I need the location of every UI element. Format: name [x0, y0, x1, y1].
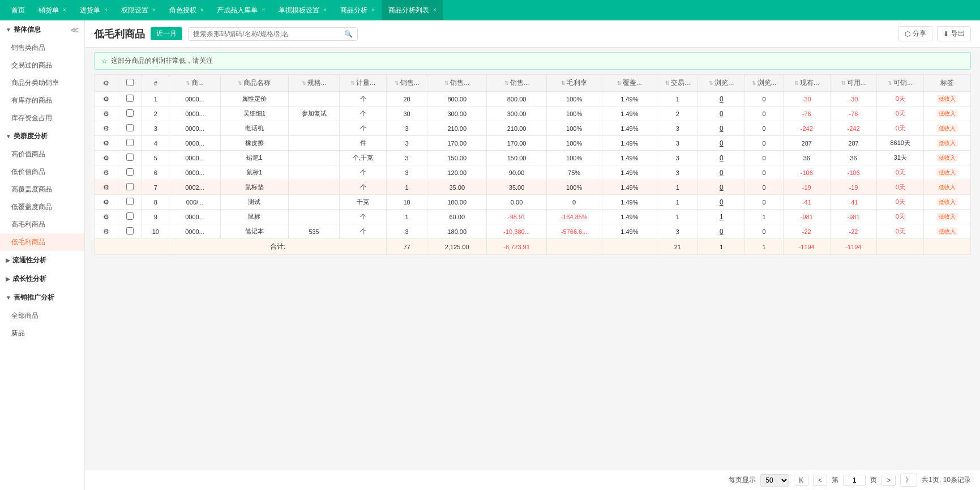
- row-view1[interactable]: 1: [698, 210, 745, 224]
- row-settings[interactable]: ⚙: [95, 210, 118, 224]
- nav-role[interactable]: 角色授权 ×: [162, 0, 211, 20]
- nav-goods-analysis[interactable]: 商品分析 ×: [333, 0, 382, 20]
- spec-column-header[interactable]: ⇅规格...: [288, 75, 339, 92]
- row-view1[interactable]: 0: [698, 195, 745, 210]
- sidebar-section-overview-title[interactable]: ▼ 整体信息 ≪: [0, 20, 84, 39]
- nav-template-close[interactable]: ×: [323, 0, 327, 20]
- row-view1[interactable]: 0: [698, 151, 745, 165]
- view1-column-header[interactable]: ⇅浏览...: [698, 75, 745, 92]
- row-checkbox[interactable]: [118, 121, 142, 136]
- avail-stock-column-header[interactable]: ⇅可用...: [830, 75, 877, 92]
- row-view1[interactable]: 0: [698, 224, 745, 239]
- prev-page-button[interactable]: <: [813, 475, 827, 486]
- row-checkbox[interactable]: [118, 106, 142, 121]
- share-button[interactable]: ⬡ 分享: [898, 26, 932, 41]
- name-column-header[interactable]: ⇅商品名称: [220, 75, 288, 92]
- row-settings[interactable]: ⚙: [95, 180, 118, 195]
- sale-qty-column-header[interactable]: ⇅销售...: [386, 75, 427, 92]
- saleable-days-column-header[interactable]: ⇅可销...: [877, 75, 924, 92]
- row-checkbox[interactable]: [118, 210, 142, 224]
- page-number-input[interactable]: [843, 475, 866, 486]
- row-checkbox[interactable]: [118, 165, 142, 180]
- sidebar-item-low-value[interactable]: 低价值商品: [0, 163, 84, 181]
- search-icon[interactable]: 🔍: [344, 30, 353, 38]
- last-page-button[interactable]: 》: [900, 474, 917, 487]
- row-settings[interactable]: ⚙: [95, 195, 118, 210]
- nav-goods-analysis-list-close[interactable]: ×: [433, 0, 436, 20]
- page-size-select[interactable]: 50 100 200: [760, 474, 789, 487]
- sidebar-item-low-coverage[interactable]: 低覆盖度商品: [0, 198, 84, 216]
- sidebar-item-category-rate[interactable]: 商品分类助销率: [0, 74, 84, 92]
- row-sale-qty: 1: [386, 180, 427, 195]
- sidebar-item-low-gross[interactable]: 低毛利商品: [0, 233, 84, 251]
- tag-column-header[interactable]: 标签: [924, 75, 971, 92]
- sidebar-item-stock-capital[interactable]: 库存资金占用: [0, 109, 84, 127]
- row-settings[interactable]: ⚙: [95, 224, 118, 239]
- next-page-button[interactable]: >: [881, 475, 896, 486]
- nav-home[interactable]: 首页: [5, 0, 32, 20]
- sidebar-item-stock-goods[interactable]: 有库存的商品: [0, 92, 84, 109]
- row-view1[interactable]: 0: [698, 136, 745, 151]
- row-checkbox[interactable]: [118, 92, 142, 106]
- sidebar-item-traded-goods[interactable]: 交易过的商品: [0, 57, 84, 74]
- trade-column-header[interactable]: ⇅交易...: [657, 75, 698, 92]
- sidebar-item-high-coverage[interactable]: 高覆盖度商品: [0, 181, 84, 198]
- code-column-header[interactable]: ⇅商...: [169, 75, 220, 92]
- sale-amount-column-header[interactable]: ⇅销售...: [487, 75, 546, 92]
- notice-bar: ☆ 这部分商品的利润非常低，请关注: [94, 52, 971, 70]
- row-view1[interactable]: 0: [698, 165, 745, 180]
- row-view1[interactable]: 0: [698, 106, 745, 121]
- row-checkbox[interactable]: [118, 195, 142, 210]
- sidebar-section-cluster-title[interactable]: ▼ 类群度分析: [0, 127, 84, 146]
- view2-column-header[interactable]: ⇅浏览...: [745, 75, 784, 92]
- sale-price-column-header[interactable]: ⇅销售...: [427, 75, 487, 92]
- table-container[interactable]: ⚙ # ⇅商... ⇅商品名称 ⇅规格...: [94, 74, 971, 465]
- nav-purchase-close[interactable]: ×: [104, 0, 108, 20]
- nav-template[interactable]: 单据模板设置 ×: [272, 0, 333, 20]
- collapse-icon[interactable]: ≪: [70, 25, 79, 35]
- nav-purchase[interactable]: 进货单 ×: [73, 0, 114, 20]
- row-settings[interactable]: ⚙: [95, 121, 118, 136]
- nav-sales-close[interactable]: ×: [63, 0, 66, 20]
- unit-column-header[interactable]: ⇅计量...: [340, 75, 387, 92]
- sidebar-section-growth-title[interactable]: ▶ 成长性分析: [0, 270, 84, 288]
- row-checkbox[interactable]: [118, 224, 142, 239]
- row-checkbox[interactable]: [118, 136, 142, 151]
- row-settings[interactable]: ⚙: [95, 165, 118, 180]
- nav-goods-analysis-close[interactable]: ×: [371, 0, 375, 20]
- nav-product-entry[interactable]: 产成品入库单 ×: [210, 0, 272, 20]
- settings-column-header[interactable]: ⚙: [95, 75, 118, 92]
- sidebar-item-sales-goods[interactable]: 销售类商品: [0, 39, 84, 57]
- first-page-button[interactable]: K: [794, 475, 808, 486]
- row-view1[interactable]: 0: [698, 121, 745, 136]
- nav-role-close[interactable]: ×: [200, 0, 204, 20]
- row-settings[interactable]: ⚙: [95, 106, 118, 121]
- export-button[interactable]: ⬇ 导出: [937, 26, 971, 41]
- nav-sales[interactable]: 销货单 ×: [32, 0, 73, 20]
- nav-permission[interactable]: 权限设置 ×: [114, 0, 162, 20]
- nav-goods-analysis-list[interactable]: 商品分析列表 ×: [382, 0, 443, 20]
- row-checkbox[interactable]: [118, 180, 142, 195]
- time-filter-button[interactable]: 近一月: [151, 27, 182, 40]
- current-stock-column-header[interactable]: ⇅现有...: [783, 75, 830, 92]
- row-view1[interactable]: 0: [698, 180, 745, 195]
- sidebar-section-circulation-title[interactable]: ▶ 流通性分析: [0, 251, 84, 270]
- sidebar-item-new-goods[interactable]: 新品: [0, 325, 84, 342]
- search-input[interactable]: [193, 30, 344, 38]
- nav-permission-close[interactable]: ×: [152, 0, 156, 20]
- row-view1[interactable]: 0: [698, 92, 745, 106]
- gross-rate-column-header[interactable]: ⇅毛利率: [546, 75, 602, 92]
- row-settings[interactable]: ⚙: [95, 136, 118, 151]
- sidebar-section-marketing-title[interactable]: ▼ 营销推广分析: [0, 288, 84, 307]
- cover-rate-column-header[interactable]: ⇅覆盖...: [602, 75, 657, 92]
- select-all-checkbox[interactable]: [126, 79, 134, 86]
- settings-icon[interactable]: ⚙: [103, 79, 109, 87]
- row-settings[interactable]: ⚙: [95, 92, 118, 106]
- nav-product-entry-close[interactable]: ×: [262, 0, 265, 20]
- checkbox-column-header[interactable]: [118, 75, 142, 92]
- row-checkbox[interactable]: [118, 151, 142, 165]
- sidebar-item-all-goods[interactable]: 全部商品: [0, 307, 84, 325]
- sidebar-item-high-gross[interactable]: 高毛利商品: [0, 216, 84, 233]
- row-settings[interactable]: ⚙: [95, 151, 118, 165]
- sidebar-item-high-value[interactable]: 高价值商品: [0, 146, 84, 163]
